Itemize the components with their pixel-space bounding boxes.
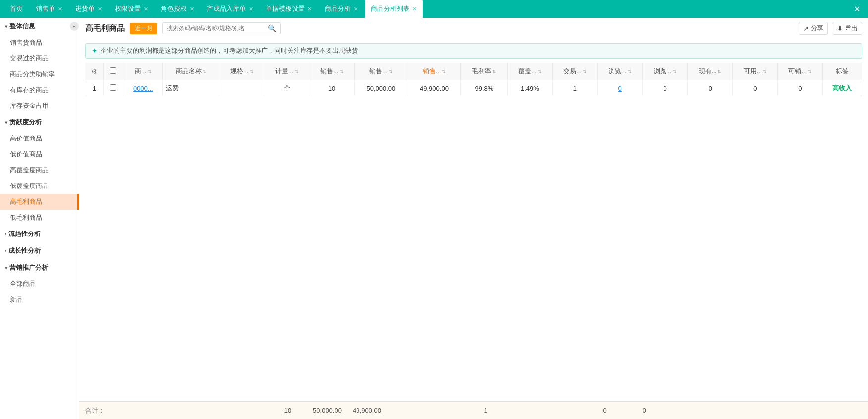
- sidebar-item-category-rate[interactable]: 商品分类助销率: [0, 66, 79, 82]
- tab-analysis[interactable]: 商品分析 ✕: [319, 0, 364, 18]
- col-sales-cost[interactable]: 销售...⇅: [408, 63, 461, 80]
- arrow-icon-5: ▾: [5, 265, 7, 271]
- cell-code[interactable]: 0000...: [123, 80, 163, 96]
- col-coverage[interactable]: 覆盖...⇅: [508, 63, 553, 80]
- search-input[interactable]: [167, 25, 266, 32]
- tab-roles[interactable]: 角色授权 ✕: [155, 0, 200, 18]
- sidebar-item-low-value[interactable]: 低价值商品: [0, 146, 79, 162]
- cell-current-stock: 0: [688, 80, 733, 96]
- sidebar-item-high-margin[interactable]: 高毛利商品: [0, 194, 79, 210]
- sidebar-item-traded-goods[interactable]: 交易过的商品: [0, 50, 79, 66]
- sidebar-item-sales-goods[interactable]: 销售货商品: [0, 35, 79, 50]
- window-close-btn[interactable]: ✕: [850, 4, 864, 14]
- notice-bar: ✦ 企业的主要的利润都是这部分商品创造的，可考虑加大推广，同时关注库存是不要出现…: [85, 43, 862, 59]
- tab-analysis-list[interactable]: 商品分析列表 ✕: [365, 0, 423, 18]
- tab-analysis-close[interactable]: ✕: [354, 6, 358, 12]
- col-transactions[interactable]: 交易...⇅: [553, 63, 598, 80]
- content-area: 高毛利商品 近一月 🔍 ↗ 分享 ⬇ 导出 ✦ 企业的主要的利润都是这部分商品创…: [79, 18, 868, 419]
- tab-purchase-close[interactable]: ✕: [98, 6, 102, 12]
- sidebar-group-growth[interactable]: › 成长性分析: [0, 242, 79, 259]
- cell-coverage: 1.49%: [508, 80, 553, 96]
- arrow-icon-4: ›: [5, 248, 6, 254]
- cell-unit: 个: [264, 80, 309, 96]
- col-settings[interactable]: ⚙: [85, 63, 103, 80]
- col-views1[interactable]: 浏览...⇅: [598, 63, 643, 80]
- export-icon: ⬇: [837, 25, 843, 32]
- search-icon[interactable]: 🔍: [268, 24, 276, 32]
- sidebar-group-overview[interactable]: ▾ 整体信息: [0, 18, 79, 35]
- footer-current-stock: 0: [585, 407, 624, 414]
- tab-warehousing-close[interactable]: ✕: [249, 6, 253, 12]
- col-views2[interactable]: 浏览...⇅: [643, 63, 688, 80]
- sidebar-item-new-goods[interactable]: 新品: [0, 292, 79, 308]
- share-icon: ↗: [803, 25, 809, 32]
- cell-sales-amount: 50,000.00: [355, 80, 408, 96]
- tab-template-close[interactable]: ✕: [307, 6, 312, 12]
- tab-permissions-close[interactable]: ✕: [144, 6, 148, 12]
- col-current-stock[interactable]: 现有...⇅: [688, 63, 733, 80]
- tab-analysis-list-close[interactable]: ✕: [412, 6, 417, 12]
- tab-roles-close[interactable]: ✕: [190, 6, 194, 12]
- cell-name: 运费: [163, 80, 219, 96]
- table-footer: 合计： 10 50,000.00 49,900.00 1 0 0: [79, 401, 868, 419]
- page-title: 高毛利商品: [85, 23, 125, 34]
- col-spec[interactable]: 规格...⇅: [219, 63, 264, 80]
- sidebar-item-low-margin[interactable]: 低毛利商品: [0, 210, 79, 226]
- tab-warehousing[interactable]: 产成品入库单 ✕: [201, 0, 259, 18]
- sidebar-item-low-coverage[interactable]: 低覆盖度商品: [0, 178, 79, 194]
- table-row: 1 0000... 运费 个 10 50,000.00 49,900.00 99…: [85, 80, 862, 96]
- col-gross-margin[interactable]: 毛利率⇅: [461, 63, 508, 80]
- cell-sellable: 0: [777, 80, 822, 96]
- tab-sales-close[interactable]: ✕: [58, 6, 62, 12]
- col-sales-qty[interactable]: 销售...⇅: [309, 63, 355, 80]
- sidebar-item-high-coverage[interactable]: 高覆盖度商品: [0, 162, 79, 178]
- content-header: 高毛利商品 近一月 🔍 ↗ 分享 ⬇ 导出: [79, 18, 868, 39]
- footer-available-stock: 0: [624, 407, 664, 414]
- col-name[interactable]: 商品名称⇅: [163, 63, 219, 80]
- sidebar-item-stock-funds[interactable]: 库存资金占用: [0, 98, 79, 114]
- top-nav: 首页 销售单 ✕ 进货单 ✕ 权限设置 ✕ 角色授权 ✕ 产成品入库单 ✕ 单据…: [0, 0, 868, 18]
- sidebar-item-in-stock[interactable]: 有库存的商品: [0, 82, 79, 98]
- col-tag[interactable]: 标签: [822, 63, 862, 80]
- notice-icon: ✦: [92, 47, 98, 55]
- col-code[interactable]: 商...⇅: [123, 63, 163, 80]
- sidebar: « ▾ 整体信息 销售货商品 交易过的商品 商品分类助销率 有库存的商品 库存资…: [0, 18, 79, 419]
- col-sellable[interactable]: 可销...⇅: [777, 63, 822, 80]
- export-btn[interactable]: ⬇ 导出: [833, 22, 862, 35]
- arrow-icon: ▾: [5, 24, 7, 29]
- tab-home[interactable]: 首页: [4, 0, 29, 18]
- sidebar-group-marketing[interactable]: ▾ 营销推广分析: [0, 259, 79, 276]
- tab-sales[interactable]: 销售单 ✕: [30, 0, 68, 18]
- cell-checkbox[interactable]: [103, 80, 123, 96]
- tab-permissions[interactable]: 权限设置 ✕: [109, 0, 154, 18]
- arrow-icon-2: ▾: [5, 120, 7, 125]
- cell-available-stock: 0: [733, 80, 778, 96]
- cell-views1[interactable]: 0: [598, 80, 643, 96]
- tab-template[interactable]: 单据模板设置 ✕: [260, 0, 318, 18]
- sidebar-item-all-goods[interactable]: 全部商品: [0, 276, 79, 292]
- col-sales-amount[interactable]: 销售...⇅: [355, 63, 408, 80]
- sidebar-item-high-value[interactable]: 高价值商品: [0, 131, 79, 146]
- cell-sales-qty: 10: [309, 80, 355, 96]
- notice-text: 企业的主要的利润都是这部分商品创造的，可考虑加大推广，同时关注库存是不要出现缺货: [101, 47, 358, 55]
- cell-transactions: 1: [553, 80, 598, 96]
- tab-purchase[interactable]: 进货单 ✕: [69, 0, 108, 18]
- share-btn[interactable]: ↗ 分享: [799, 22, 828, 35]
- col-unit[interactable]: 计量...⇅: [264, 63, 309, 80]
- col-checkbox[interactable]: [103, 63, 123, 80]
- col-available-stock[interactable]: 可用...⇅: [733, 63, 778, 80]
- cell-views2: 0: [643, 80, 688, 96]
- search-box: 🔍: [162, 22, 281, 34]
- cell-index: 1: [85, 80, 103, 96]
- footer-transactions: 1: [466, 407, 506, 414]
- table-container[interactable]: ⚙ 商...⇅ 商品名称⇅ 规格...⇅ 计量...⇅ 销售...⇅ 销售...…: [79, 63, 868, 401]
- cell-sales-cost: 49,900.00: [408, 80, 461, 96]
- filter-recent-month-btn[interactable]: 近一月: [130, 23, 157, 34]
- footer-sales-amount: 50,000.00: [307, 407, 347, 414]
- select-all-checkbox[interactable]: [110, 67, 116, 74]
- sidebar-group-contribution[interactable]: ▾ 贡献度分析: [0, 114, 79, 131]
- sidebar-collapse-btn[interactable]: «: [70, 22, 79, 31]
- sidebar-group-trend[interactable]: › 流趋性分析: [0, 226, 79, 242]
- row-checkbox[interactable]: [110, 84, 116, 91]
- cell-gross-margin: 99.8%: [461, 80, 508, 96]
